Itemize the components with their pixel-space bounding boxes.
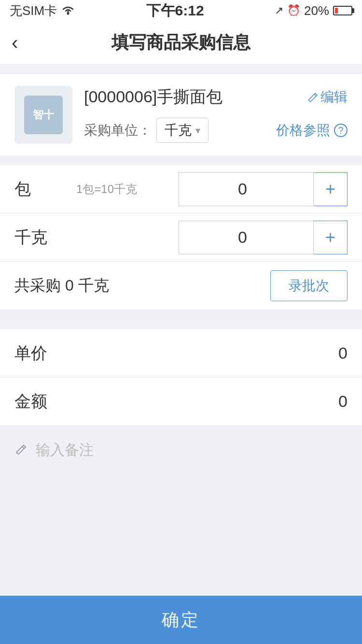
- price-section: 单价 0 金额 0: [0, 329, 362, 426]
- unit-price-value: 0: [338, 344, 348, 363]
- product-unit-row: 采购单位： 千克 ▾ 价格参照 ?: [84, 118, 348, 143]
- time-display: 下午6:12: [146, 1, 204, 21]
- notes-placeholder: 输入备注: [36, 440, 94, 460]
- unit-price-label: 单价: [14, 342, 47, 364]
- price-ref-button[interactable]: 价格参照 ?: [276, 121, 348, 140]
- confirm-label: 确定: [162, 608, 200, 632]
- battery-percent: 20%: [304, 3, 329, 18]
- battery-icon: [333, 6, 352, 15]
- bao-input-group: +: [137, 172, 348, 206]
- unit-price-row: 单价 0: [0, 329, 362, 378]
- status-bar: 无SIM卡 下午6:12 ↗ ⏰ 20%: [0, 0, 362, 21]
- product-logo-text: 智十: [33, 108, 54, 122]
- amount-row: 金额 0: [0, 378, 362, 426]
- kg-input-group: +: [72, 221, 348, 254]
- pencil-icon: [14, 442, 28, 459]
- amount-label: 金额: [14, 391, 47, 413]
- batch-button[interactable]: 录批次: [270, 270, 348, 301]
- carrier-text: 无SIM卡: [10, 2, 57, 19]
- unit-value: 千克: [165, 121, 192, 140]
- kg-label: 千克: [14, 226, 72, 249]
- page-title: 填写商品采购信息: [111, 31, 251, 55]
- section-divider-1: [0, 155, 362, 165]
- kg-plus-button[interactable]: +: [314, 221, 348, 254]
- confirm-button[interactable]: 确定: [0, 596, 362, 644]
- wifi-icon: [61, 3, 75, 18]
- amount-value: 0: [338, 392, 348, 411]
- bao-sub-label: 1包=10千克: [76, 182, 137, 197]
- back-arrow-icon: ‹: [12, 32, 18, 54]
- bao-row: 包 1包=10千克 +: [0, 165, 362, 213]
- edit-button[interactable]: 编辑: [307, 88, 348, 106]
- notes-section[interactable]: 输入备注: [0, 426, 362, 475]
- alarm-icon: ⏰: [287, 4, 300, 17]
- product-image: 智十: [14, 86, 72, 144]
- kg-row: 千克 +: [0, 213, 362, 262]
- product-section: 智十 [0000006]手撕面包 编辑 采购单位： 千克 ▾: [0, 74, 362, 155]
- form-section: 包 1包=10千克 + 千克 + 共采购 0 千克 录批次: [0, 165, 362, 310]
- status-left: 无SIM卡: [10, 2, 75, 19]
- dropdown-icon: ▾: [195, 125, 200, 136]
- product-logo: 智十: [24, 96, 63, 134]
- product-info: [0000006]手撕面包 编辑 采购单位： 千克 ▾ 价格参照 ?: [84, 86, 348, 143]
- nav-bar: ‹ 填写商品采购信息: [0, 21, 362, 65]
- total-row: 共采购 0 千克 录批次: [0, 262, 362, 310]
- price-ref-label: 价格参照: [276, 121, 330, 140]
- kg-input[interactable]: [179, 221, 314, 254]
- gps-icon: ↗: [275, 4, 283, 17]
- unit-label: 采购单位：: [84, 121, 152, 140]
- status-right: ↗ ⏰ 20%: [275, 3, 352, 18]
- section-divider-2: [0, 310, 362, 320]
- edit-label: 编辑: [320, 88, 348, 106]
- unit-select[interactable]: 千克 ▾: [156, 118, 209, 143]
- svg-point-0: [67, 12, 70, 14]
- product-name-row: [0000006]手撕面包 编辑: [84, 86, 348, 108]
- price-ref-help-icon: ?: [334, 124, 348, 137]
- bao-input[interactable]: [179, 172, 314, 206]
- bao-label: 包: [14, 178, 72, 200]
- bao-plus-button[interactable]: +: [314, 172, 348, 206]
- product-name: [0000006]手撕面包: [84, 86, 223, 108]
- back-button[interactable]: ‹: [12, 32, 18, 54]
- total-text: 共采购 0 千克: [14, 275, 109, 296]
